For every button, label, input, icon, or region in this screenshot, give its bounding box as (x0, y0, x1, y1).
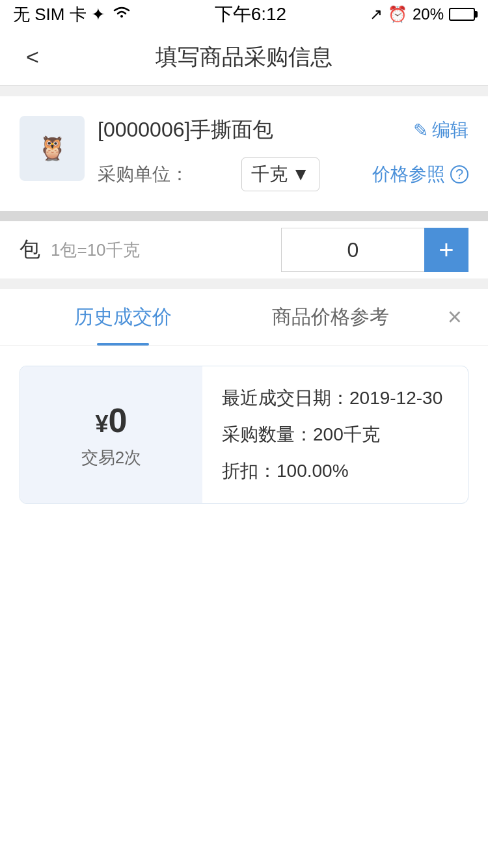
status-right: ↗ ⏰ 20% (370, 5, 475, 23)
location-icon: ↗ (370, 5, 383, 23)
tab-close-button[interactable]: × (441, 297, 468, 338)
qty-unit-label: 包 (20, 236, 40, 264)
dropdown-icon: ▼ (291, 164, 310, 185)
history-details: 最近成交日期：2019-12-30 采购数量：200千克 折扣：100.00% (202, 366, 468, 503)
gray-divider (0, 211, 488, 221)
price-value: 0 (109, 401, 128, 439)
qty-plus-button[interactable]: + (424, 228, 468, 272)
tab-underline (97, 343, 149, 346)
unit-value: 千克 (251, 162, 288, 187)
product-thumbnail: 🦉 (20, 116, 85, 181)
status-bar: 无 SIM 卡 ✦ 下午6:12 ↗ ⏰ 20% (0, 0, 488, 29)
edit-label: 编辑 (432, 118, 468, 142)
discount-line: 折扣：100.00% (222, 459, 448, 483)
tab-history-label: 历史成交价 (74, 304, 172, 331)
recent-date-line: 最近成交日期：2019-12-30 (222, 386, 448, 411)
product-name-row: [0000006]手撕面包 ✎ 编辑 (98, 116, 468, 144)
unit-label: 采购单位： (98, 162, 189, 187)
unit-select[interactable]: 千克 ▼ (241, 157, 319, 191)
purchase-qty-label: 采购数量： (222, 424, 313, 444)
status-left: 无 SIM 卡 ✦ (13, 3, 131, 26)
purchase-qty-value: 200千克 (313, 424, 380, 444)
qty-conversion: 1包=10千克 (51, 239, 140, 262)
product-thumb-icon: 🦉 (38, 135, 67, 162)
status-time: 下午6:12 (215, 2, 287, 27)
quantity-row: 包 1包=10千克 + (0, 221, 488, 278)
alarm-icon: ⏰ (388, 5, 407, 23)
history-price: ¥0 (96, 401, 128, 440)
product-name: [0000006]手撕面包 (98, 116, 273, 144)
product-unit-row: 采购单位： 千克 ▼ 价格参照 ? (98, 157, 468, 191)
battery-icon (449, 8, 475, 21)
qty-input[interactable] (281, 228, 424, 272)
tab-product-label: 商品价格参考 (272, 304, 389, 331)
purchase-qty-line: 采购数量：200千克 (222, 422, 448, 447)
wifi-icon (112, 5, 131, 25)
product-top-row: 🦉 [0000006]手撕面包 ✎ 编辑 采购单位： 千克 ▼ 价格参照 ? (20, 116, 468, 191)
info-icon: ? (450, 165, 468, 183)
tab-product-price-ref[interactable]: 商品价格参考 (227, 289, 435, 346)
price-ref-label: 价格参照 (372, 162, 445, 187)
product-card: 🦉 [0000006]手撕面包 ✎ 编辑 采购单位： 千克 ▼ 价格参照 ? (0, 96, 488, 211)
qty-input-area: + (281, 228, 468, 272)
history-price-section: ¥0 交易2次 (20, 366, 202, 503)
page-title: 填写商品采购信息 (156, 42, 332, 72)
tab-history-price[interactable]: 历史成交价 (20, 289, 227, 346)
tab-panel: 历史成交价 商品价格参考 × ¥0 交易2次 最近成交日期：2019-12-30… (0, 289, 488, 523)
history-count: 交易2次 (81, 446, 141, 469)
battery-percent: 20% (413, 5, 444, 23)
tab-header: 历史成交价 商品价格参考 × (0, 289, 488, 346)
price-ref-button[interactable]: 价格参照 ? (372, 162, 468, 187)
recent-date-value: 2019-12-30 (349, 388, 442, 408)
back-button[interactable]: < (20, 38, 46, 76)
currency-symbol: ¥ (96, 411, 109, 437)
edit-button[interactable]: ✎ 编辑 (413, 118, 468, 142)
recent-date-label: 最近成交日期： (222, 388, 349, 408)
history-card: ¥0 交易2次 最近成交日期：2019-12-30 采购数量：200千克 折扣：… (20, 366, 468, 504)
discount-label: 折扣： (222, 461, 277, 481)
no-sim-text: 无 SIM 卡 ✦ (13, 3, 105, 26)
product-info: [0000006]手撕面包 ✎ 编辑 采购单位： 千克 ▼ 价格参照 ? (98, 116, 468, 191)
discount-value: 100.00% (277, 461, 349, 481)
tab-content: ¥0 交易2次 最近成交日期：2019-12-30 采购数量：200千克 折扣：… (0, 346, 488, 523)
header: < 填写商品采购信息 (0, 29, 488, 86)
edit-icon: ✎ (413, 120, 428, 141)
rest-area (0, 523, 488, 868)
